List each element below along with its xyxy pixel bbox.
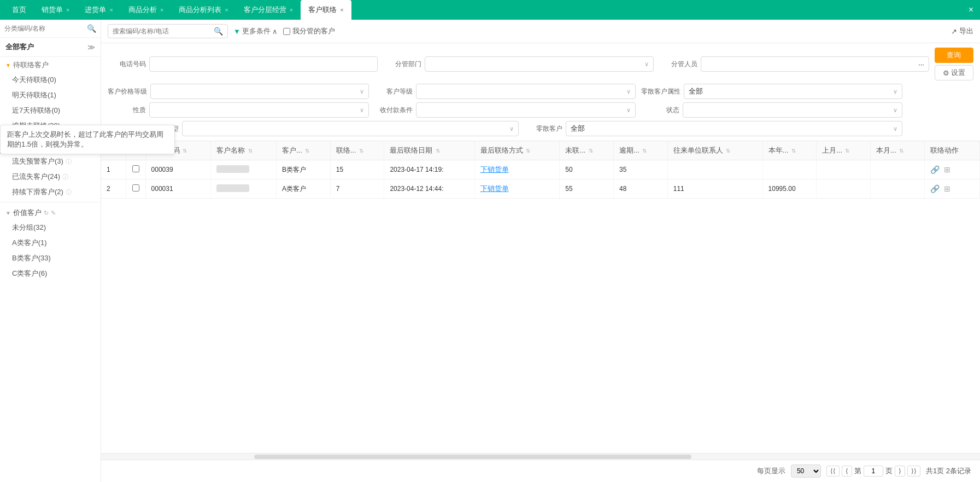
nav-customer-segmentation[interactable]: 客户分层经营 × bbox=[236, 0, 301, 20]
page-number-input[interactable] bbox=[864, 466, 883, 477]
nav-close-contact[interactable]: × bbox=[340, 7, 343, 13]
sidebar-unclassified[interactable]: 未分组(32) bbox=[0, 220, 101, 235]
row1-grid-action-icon[interactable]: ⊞ bbox=[944, 165, 950, 174]
sidebar-tomorrow-pending[interactable]: 明天待联络(1) bbox=[0, 88, 101, 103]
row1-link-action-icon[interactable]: 🔗 bbox=[930, 165, 940, 174]
pending-contact-label: 待联络客户 bbox=[13, 60, 49, 70]
nav-close-segmentation[interactable]: × bbox=[290, 7, 293, 13]
filter-retail-attr-select[interactable]: 全部 ∨ bbox=[684, 84, 902, 99]
sidebar-class-b[interactable]: B类客户(33) bbox=[0, 251, 101, 266]
churn-warning-info-icon[interactable]: ⓘ bbox=[66, 158, 72, 166]
more-conditions-btn[interactable]: ▼ 更多条件 ∧ bbox=[233, 26, 278, 36]
horizontal-scrollbar[interactable] bbox=[101, 453, 980, 460]
th-type: 客户... ⇅ bbox=[277, 141, 331, 160]
filter-dept: 分管部门 ∨ bbox=[383, 56, 653, 72]
filter-nature-select[interactable]: ∨ bbox=[149, 102, 369, 118]
filter-payment-select[interactable]: ∨ bbox=[416, 102, 636, 118]
filter-phone-input[interactable] bbox=[149, 56, 378, 72]
filter-nature-label: 性质 bbox=[108, 106, 146, 115]
row2-action-icons: 🔗 ⊞ bbox=[930, 184, 974, 193]
next-page-btn[interactable]: ⟩ bbox=[895, 466, 905, 477]
first-page-btn[interactable]: ⟨⟨ bbox=[826, 466, 840, 477]
last-method-sort-icon[interactable]: ⇅ bbox=[526, 148, 530, 154]
sidebar-churn-warning[interactable]: 流失预警客户(3) ⓘ bbox=[0, 154, 101, 169]
sidebar-declining[interactable]: 持续下滑客户(2) ⓘ bbox=[0, 184, 101, 200]
close-all-tabs[interactable]: × bbox=[969, 5, 973, 15]
scroll-thumb[interactable] bbox=[254, 455, 691, 459]
th-last-date: 最后联络日期 ⇅ bbox=[384, 141, 474, 160]
filter-status: 状态 ∨ bbox=[641, 102, 902, 118]
sidebar-class-a[interactable]: A类客户(1) bbox=[0, 235, 101, 251]
row2-name bbox=[211, 179, 277, 199]
row2-link-action-icon[interactable]: 🔗 bbox=[930, 184, 940, 193]
last-page-btn[interactable]: ⟩⟩ bbox=[907, 466, 920, 477]
value-refresh-icon[interactable]: ↻ bbox=[44, 210, 49, 217]
sidebar-today-pending[interactable]: 今天待联络(0) bbox=[0, 72, 101, 88]
churned-info-icon[interactable]: ⓘ bbox=[62, 173, 68, 181]
query-button[interactable]: 查询 bbox=[935, 48, 973, 63]
action-buttons: 查询 ⚙ 设置 bbox=[935, 48, 973, 80]
per-page-label: 每页显示 bbox=[757, 466, 785, 476]
nav-product-analysis[interactable]: 商品分析 × bbox=[121, 0, 171, 20]
nav-home[interactable]: 首页 bbox=[4, 0, 34, 20]
filter-status-select[interactable]: ∨ bbox=[683, 102, 902, 118]
contact-person-sort-icon[interactable]: ⇅ bbox=[726, 148, 730, 154]
row1-checkbox[interactable] bbox=[132, 165, 139, 172]
contact-sort-icon[interactable]: ⇅ bbox=[359, 148, 363, 154]
nav-customer-contact[interactable]: 客户联络 × bbox=[301, 0, 351, 20]
row2-last-date: 2023-04-12 14:44: bbox=[384, 179, 474, 199]
nav-close-product-list[interactable]: × bbox=[225, 7, 228, 13]
sidebar-churned[interactable]: 已流失客户(24) ⓘ bbox=[0, 169, 101, 184]
page-label-end: 页 bbox=[885, 466, 893, 476]
pending-contact-group[interactable]: ▼ 待联络客户 bbox=[0, 57, 101, 72]
filter-retail-attr-label: 零散客户属性 bbox=[641, 87, 680, 96]
nav-close-sales-order[interactable]: × bbox=[66, 7, 69, 13]
row2-checkbox[interactable] bbox=[132, 184, 139, 191]
this-month-sort-icon[interactable]: ⇅ bbox=[899, 148, 903, 154]
filter-icon: ▼ bbox=[233, 27, 240, 36]
type-sort-icon[interactable]: ⇅ bbox=[305, 148, 309, 154]
th-this-month-label: 本月... bbox=[876, 146, 896, 154]
sidebar-7day-pending[interactable]: 近7天待联络(0) bbox=[0, 103, 101, 118]
row2-type: A类客户 bbox=[277, 179, 331, 199]
not-contacted-sort-icon[interactable]: ⇅ bbox=[589, 148, 593, 154]
filter-price-select[interactable]: ∨ bbox=[150, 84, 369, 99]
last-month-sort-icon[interactable]: ⇅ bbox=[845, 148, 849, 154]
row2-grid-action-icon[interactable]: ⊞ bbox=[944, 184, 950, 193]
row1-index: 1 bbox=[101, 160, 126, 179]
row2-last-method-link[interactable]: 下销货单 bbox=[480, 184, 509, 193]
search-input[interactable] bbox=[113, 27, 214, 35]
nav-close-product-analysis[interactable]: × bbox=[160, 7, 163, 13]
value-edit-icon[interactable]: ✎ bbox=[51, 210, 56, 217]
filter-dept-select[interactable]: ∨ bbox=[425, 56, 653, 72]
value-customer-group[interactable]: ▼ 价值客户 ↻ ✎ bbox=[0, 205, 101, 220]
sidebar-search-input[interactable] bbox=[4, 25, 87, 32]
my-customers-checkbox[interactable] bbox=[283, 28, 290, 35]
overdue-sort-icon[interactable]: ⇅ bbox=[642, 148, 647, 154]
row2-contact: 7 bbox=[330, 179, 384, 199]
nav-sales-order[interactable]: 销货单 × bbox=[34, 0, 77, 20]
filter-customer-type-select[interactable]: ∨ bbox=[182, 121, 519, 136]
prev-page-btn[interactable]: ⟨ bbox=[842, 466, 852, 477]
name-sort-icon[interactable]: ⇅ bbox=[248, 148, 253, 154]
nav-purchase-order[interactable]: 进货单 × bbox=[77, 0, 120, 20]
nav-product-analysis-list[interactable]: 商品分析列表 × bbox=[171, 0, 236, 20]
nav-close-purchase-order[interactable]: × bbox=[109, 7, 113, 13]
last-date-sort-icon[interactable]: ⇅ bbox=[436, 148, 440, 154]
filter-manager-select[interactable]: ··· bbox=[701, 56, 929, 72]
filter-retail-customer-select[interactable]: 全部 ∨ bbox=[566, 121, 902, 136]
sidebar-search-icon[interactable]: 🔍 bbox=[87, 24, 96, 33]
row1-last-method-link[interactable]: 下销货单 bbox=[480, 165, 509, 173]
sidebar-collapse-btn[interactable]: ≫ bbox=[87, 43, 95, 51]
this-year-sort-icon[interactable]: ⇅ bbox=[791, 148, 796, 154]
code-sort-icon[interactable]: ⇅ bbox=[183, 148, 187, 154]
per-page-select[interactable]: 50 100 200 bbox=[791, 464, 821, 478]
export-btn[interactable]: ↗ 导出 bbox=[951, 26, 973, 36]
filter-customer-level-select[interactable]: ∨ bbox=[416, 84, 636, 99]
sidebar-class-c[interactable]: C类客户(6) bbox=[0, 266, 101, 281]
search-box-icon[interactable]: 🔍 bbox=[214, 27, 223, 36]
declining-info-icon[interactable]: ⓘ bbox=[66, 188, 72, 196]
settings-button[interactable]: ⚙ 设置 bbox=[935, 65, 973, 80]
filter-dept-label: 分管部门 bbox=[383, 60, 421, 69]
row2-name-blurred bbox=[216, 184, 249, 192]
